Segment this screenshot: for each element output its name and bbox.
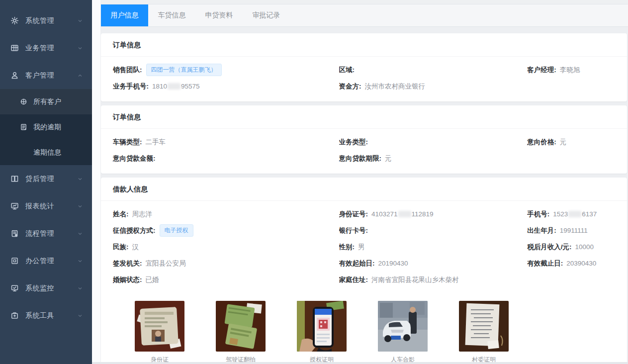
field-label: 性别: <box>339 243 355 252</box>
sidebar-item-label: 贷后管理 <box>25 175 77 183</box>
field-value: 宜阳县公安局 <box>146 259 186 268</box>
sidebar-item-label: 系统监控 <box>25 284 77 293</box>
field-value: 李晓旭 <box>560 66 580 75</box>
grid-icon <box>10 44 19 52</box>
sidebar-item-report-statistics[interactable]: 报表统计 <box>0 192 92 220</box>
borrower-info-card: 借款人信息 姓名: 周志洋 身份证号: 4103271112819 手机号: <box>101 178 627 364</box>
field-label: 银行卡号: <box>339 226 368 235</box>
photo-green-certificate[interactable]: 驾驶证翻拍 <box>216 301 266 364</box>
sidebar-item-system-tools[interactable]: 系统工具 <box>0 302 92 329</box>
field-value: 汉 <box>132 243 139 252</box>
field-marital: 婚姻状态: 已婚 <box>113 272 339 288</box>
sidebar-content-divider <box>92 0 101 364</box>
tab-approval-records[interactable]: 审批记录 <box>243 4 290 26</box>
field-valid-to: 有效截止日: 20390430 <box>527 255 615 272</box>
sidebar-item-label: 流程管理 <box>25 229 77 238</box>
redaction-blur <box>568 211 581 217</box>
field-value: 汝州市农村商业银行 <box>365 82 426 91</box>
card-title: 订单信息 <box>101 33 627 57</box>
field-label: 业务手机号: <box>113 82 149 91</box>
chevron-down-icon <box>77 313 83 319</box>
field-value: 元 <box>385 154 392 163</box>
sidebar-item-process-management[interactable]: 流程管理 <box>0 220 92 247</box>
sidebar-subitem-overdue-info[interactable]: 逾期信息 <box>0 140 92 165</box>
redaction-blur <box>168 83 180 90</box>
sidebar-item-label: 办公管理 <box>25 257 77 266</box>
tab-loan-application-materials[interactable]: 申贷资料 <box>195 4 243 26</box>
photo-person-with-car[interactable]: 人车合影 <box>378 301 428 364</box>
field-id-number: 身份证号: 4103271112819 <box>339 206 528 222</box>
field-valid-from: 有效起始日: 20190430 <box>339 255 528 272</box>
field-label: 家庭住址: <box>339 275 368 284</box>
field-intended-price: 意向价格: 元 <box>527 134 615 150</box>
field-value: 已婚 <box>146 275 159 284</box>
field-label: 税后月收入/元: <box>527 243 571 252</box>
sidebar-item-customer-management[interactable]: 客户管理 <box>0 62 92 89</box>
chevron-up-icon <box>77 73 83 79</box>
chevron-down-icon <box>77 176 83 182</box>
open-book-icon <box>10 175 19 183</box>
field-label: 车辆类型: <box>113 138 142 147</box>
field-empty <box>527 78 615 94</box>
field-credit-auth: 征信授权方式: 电子授权 <box>113 222 339 239</box>
field-label: 区域: <box>339 66 355 75</box>
field-label: 意向贷款期限: <box>339 154 382 163</box>
field-mobile: 手机号: 15236137 <box>527 206 615 222</box>
field-address: 家庭住址: 河南省宜阳县花果山乡木柴村 <box>339 272 528 288</box>
field-value: 男 <box>358 243 365 252</box>
order-info-card-2: 订单信息 车辆类型: 二手车 业务类型: 意向价格: 元 <box>101 105 627 174</box>
field-region: 区域: <box>339 62 528 78</box>
field-label: 客户经理: <box>527 66 556 75</box>
field-value: 10000 <box>575 243 594 251</box>
photo-handwritten-document[interactable]: 村委证明 <box>459 301 509 364</box>
sidebar-item-label: 报表统计 <box>25 202 77 211</box>
chevron-down-icon <box>77 18 83 24</box>
chevron-down-icon <box>77 231 83 237</box>
sidebar-item-label: 系统管理 <box>25 16 77 25</box>
field-issuing-authority: 签发机关: 宜阳县公安局 <box>113 255 339 272</box>
field-intended-loan-term: 意向贷款期限: 元 <box>339 150 528 167</box>
field-value: 15236137 <box>553 210 597 218</box>
photo-id-card[interactable]: 身份证 <box>135 301 184 364</box>
sales-team-tag[interactable]: 四团一营（直属王鹏飞） <box>146 64 222 76</box>
sidebar-item-postloan-management[interactable]: 贷后管理 <box>0 165 92 192</box>
main-content: 用户信息 车贷信息 申贷资料 审批记录 订单信息 销售团队: 四团一营（直属王鹏… <box>101 0 628 364</box>
credit-auth-tag[interactable]: 电子授权 <box>160 224 193 237</box>
globe-icon <box>20 98 27 105</box>
sidebar-item-system-management[interactable]: 系统管理 <box>0 7 92 34</box>
content-area: 订单信息 销售团队: 四团一营（直属王鹏飞） 区域: 客户经理: 李晓旭 <box>101 27 628 364</box>
tab-car-loan-info[interactable]: 车贷信息 <box>148 4 195 26</box>
sidebar-item-system-monitor[interactable]: 系统监控 <box>0 274 92 302</box>
detail-tabs: 用户信息 车贷信息 申贷资料 审批记录 <box>101 4 628 27</box>
field-label: 业务类型: <box>339 138 368 147</box>
sidebar-subitem-all-customers[interactable]: 所有客户 <box>0 89 92 114</box>
field-label: 婚姻状态: <box>113 275 142 284</box>
field-name: 姓名: 周志洋 <box>113 206 339 222</box>
sidebar-item-business-management[interactable]: 业务管理 <box>0 34 92 62</box>
field-account-manager: 客户经理: 李晓旭 <box>527 62 615 78</box>
order-info-card-1: 订单信息 销售团队: 四团一营（直属王鹏飞） 区域: 客户经理: 李晓旭 <box>101 33 627 101</box>
field-label: 意向价格: <box>527 138 556 147</box>
field-value: 20390430 <box>566 260 596 267</box>
chevron-down-icon <box>77 258 83 264</box>
chevron-down-icon <box>77 285 83 291</box>
field-empty <box>527 272 615 288</box>
card-title: 订单信息 <box>101 105 627 129</box>
sidebar: 系统管理 业务管理 客户管理 所有客户 <box>0 0 92 364</box>
process-icon <box>10 229 19 238</box>
field-business-phone: 业务手机号: 181095575 <box>113 78 339 94</box>
report-monitor-icon <box>10 202 19 210</box>
field-label: 出生年月: <box>527 226 556 235</box>
office-icon <box>10 257 19 265</box>
horizontal-scrollbar-track[interactable] <box>92 362 628 364</box>
gear-icon <box>10 16 19 25</box>
sidebar-item-label: 客户管理 <box>25 71 77 80</box>
field-label: 手机号: <box>527 210 549 219</box>
chevron-down-icon <box>77 45 83 51</box>
sidebar-subitem-label: 所有客户 <box>33 97 61 106</box>
sidebar-item-office-management[interactable]: 办公管理 <box>0 247 92 274</box>
tab-user-info[interactable]: 用户信息 <box>101 4 148 26</box>
sidebar-subitem-my-overdue[interactable]: 我的逾期 <box>0 114 92 140</box>
photo-phone-authorization[interactable]: 授权证明 <box>297 301 347 364</box>
document-photos: 身份证 <box>101 295 627 364</box>
